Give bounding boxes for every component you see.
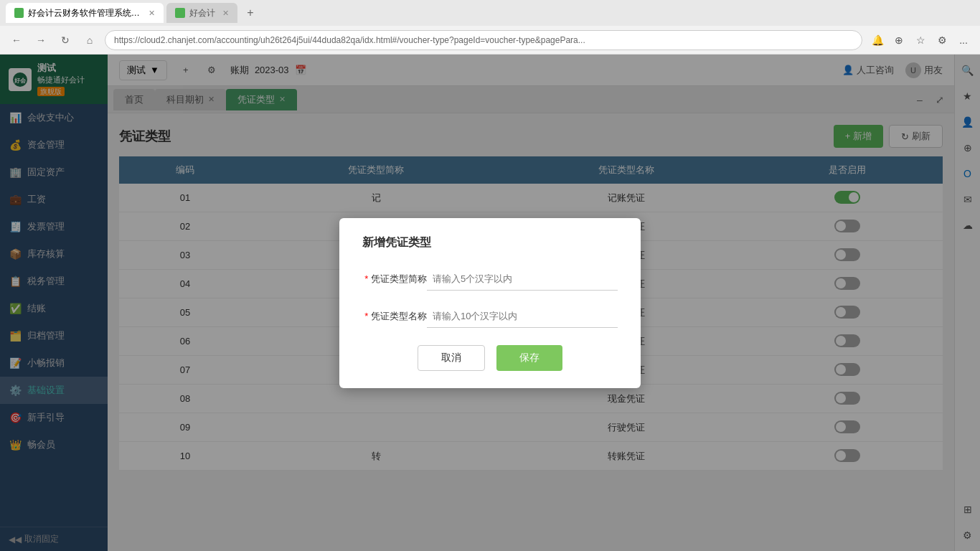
modal-abbr-label: 凭证类型简称 — [362, 273, 427, 286]
modal-actions: 取消 保存 — [362, 345, 618, 371]
browser-actions: 🔔 ⊕ ☆ ⚙ ... — [868, 31, 973, 50]
tab-bar: 好会计云财务软件管理系统_会计 ✕ 好会计 ✕ + — [0, 0, 980, 26]
modal-dialog: 新增凭证类型 凭证类型简称 凭证类型名称 取消 保存 — [339, 218, 641, 388]
new-tab-button[interactable]: + — [240, 3, 260, 23]
tab-1-close[interactable]: ✕ — [149, 9, 155, 18]
extensions-btn[interactable]: 🔔 — [868, 31, 887, 50]
save-button[interactable]: 保存 — [496, 345, 562, 371]
modal-title: 新增凭证类型 — [362, 235, 618, 250]
tab-2-close[interactable]: ✕ — [222, 9, 229, 18]
more-btn[interactable]: ... — [954, 31, 973, 50]
back-button[interactable]: ← — [7, 31, 26, 50]
browser-tab-1[interactable]: 好会计云财务软件管理系统_会计 ✕ — [6, 3, 164, 23]
refresh-button[interactable]: ↻ — [56, 31, 75, 50]
settings-btn[interactable]: ⚙ — [933, 31, 951, 50]
home-button[interactable]: ⌂ — [80, 31, 99, 50]
modal-abbr-input[interactable] — [427, 268, 618, 291]
modal-name-field: 凭证类型名称 — [362, 305, 618, 328]
bookmark-btn[interactable]: ☆ — [911, 31, 930, 50]
modal-name-input[interactable] — [427, 305, 618, 328]
forward-button[interactable]: → — [32, 31, 50, 50]
modal-overlay: 新增凭证类型 凭证类型简称 凭证类型名称 取消 保存 — [0, 55, 980, 551]
browser-tab-2[interactable]: 好会计 ✕ — [166, 3, 237, 23]
address-input[interactable]: https://cloud2.chanjet.com/accounting/uh… — [105, 30, 862, 50]
share-btn[interactable]: ⊕ — [890, 31, 908, 50]
browser-chrome: 好会计云财务软件管理系统_会计 ✕ 好会计 ✕ + ← → ↻ ⌂ https:… — [0, 0, 980, 55]
modal-name-label: 凭证类型名称 — [362, 310, 427, 323]
address-bar: ← → ↻ ⌂ https://cloud2.chanjet.com/accou… — [0, 26, 980, 55]
cancel-button[interactable]: 取消 — [418, 345, 485, 371]
modal-abbr-field: 凭证类型简称 — [362, 268, 618, 291]
